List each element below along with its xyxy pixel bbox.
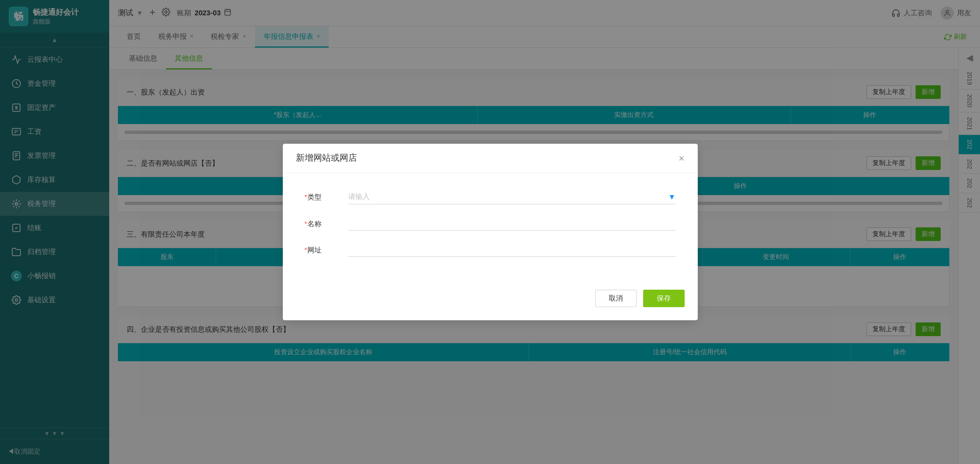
modal-title: 新增网站或网店 (296, 152, 357, 164)
form-label-type: *类型 (305, 192, 348, 202)
url-input[interactable] (348, 244, 676, 257)
modal-footer: 取消 保存 (283, 281, 698, 320)
save-button[interactable]: 保存 (643, 290, 685, 307)
modal-overlay[interactable]: 新增网站或网店 × *类型 请输入 ▼ *名称 (0, 0, 980, 464)
form-label-url: *网址 (305, 245, 348, 255)
modal-body: *类型 请输入 ▼ *名称 *网址 (283, 173, 698, 281)
name-label-text: 名称 (307, 220, 322, 228)
cancel-button[interactable]: 取消 (595, 290, 637, 307)
form-group-url: *网址 (305, 244, 676, 257)
form-label-name: *名称 (305, 219, 348, 229)
modal-header: 新增网站或网店 × (283, 144, 698, 173)
form-group-type: *类型 请输入 ▼ (305, 190, 676, 204)
add-website-modal: 新增网站或网店 × *类型 请输入 ▼ *名称 (283, 144, 698, 320)
type-select[interactable]: 请输入 ▼ (348, 190, 676, 204)
url-label-text: 网址 (307, 246, 322, 254)
name-input[interactable] (348, 218, 676, 231)
modal-close-btn[interactable]: × (679, 154, 685, 163)
type-dropdown-icon: ▼ (668, 192, 676, 201)
form-group-name: *名称 (305, 218, 676, 231)
type-label-text: 类型 (307, 193, 322, 201)
type-placeholder: 请输入 (348, 192, 668, 202)
